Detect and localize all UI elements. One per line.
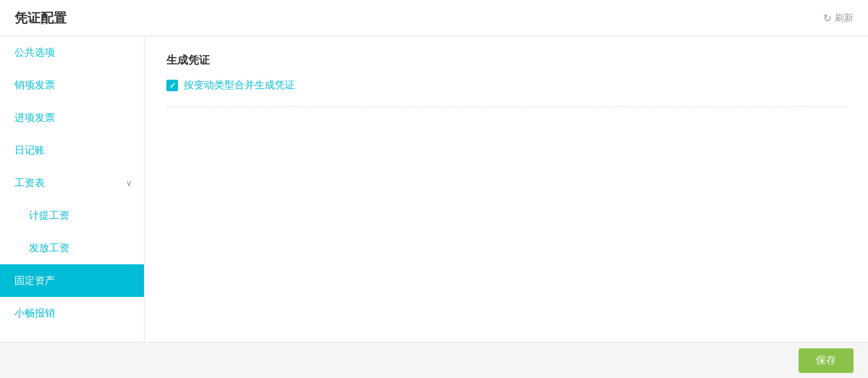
- sidebar-item-public-options[interactable]: 公共选项: [0, 36, 144, 69]
- sidebar-item-sales-invoice[interactable]: 销项发票: [0, 69, 144, 101]
- sidebar-item-label: 销项发票: [14, 79, 55, 92]
- content-area: 生成凭证 按变动类型合并生成凭证: [145, 36, 868, 342]
- page-title: 凭证配置: [14, 9, 67, 27]
- checkbox-row: 按变动类型合并生成凭证: [166, 79, 846, 92]
- sidebar-item-label: 小畅报销: [14, 307, 55, 320]
- main-layout: 公共选项销项发票进项发票日记账工资表∨计提工资发放工资固定资产小畅报销 生成凭证…: [0, 36, 868, 342]
- sidebar-item-fixed-assets[interactable]: 固定资产: [0, 264, 144, 297]
- sidebar-item-label: 工资表: [14, 177, 45, 190]
- sidebar-item-payroll-issue[interactable]: 发放工资: [0, 232, 144, 264]
- chevron-down-icon: ∨: [126, 178, 132, 188]
- checkbox-label: 按变动类型合并生成凭证: [184, 79, 295, 92]
- save-button[interactable]: 保存: [799, 348, 854, 373]
- sidebar-item-payroll-accrual[interactable]: 计提工资: [0, 199, 144, 232]
- header: 凭证配置 ↻ 刷新: [0, 0, 868, 36]
- sidebar-item-label: 发放工资: [29, 242, 69, 255]
- merge-checkbox[interactable]: [166, 80, 178, 91]
- sidebar-item-journal[interactable]: 日记账: [0, 134, 144, 167]
- section-divider: [166, 106, 846, 107]
- sidebar-item-expense-report[interactable]: 小畅报销: [0, 297, 144, 329]
- sidebar-item-label: 公共选项: [14, 46, 55, 59]
- sidebar-item-label: 日记账: [14, 144, 45, 157]
- refresh-label: 刷新: [835, 12, 854, 25]
- sidebar-item-label: 进项发票: [14, 112, 55, 125]
- refresh-button[interactable]: ↻ 刷新: [823, 12, 854, 25]
- refresh-icon: ↻: [823, 12, 832, 24]
- sidebar: 公共选项销项发票进项发票日记账工资表∨计提工资发放工资固定资产小畅报销: [0, 36, 145, 342]
- sidebar-item-label: 计提工资: [29, 209, 69, 222]
- footer: 保存: [0, 342, 868, 378]
- sidebar-item-payroll[interactable]: 工资表∨: [0, 167, 144, 199]
- sidebar-item-purchase-invoice[interactable]: 进项发票: [0, 101, 144, 134]
- sidebar-item-label: 固定资产: [14, 274, 55, 287]
- section-title: 生成凭证: [166, 54, 846, 67]
